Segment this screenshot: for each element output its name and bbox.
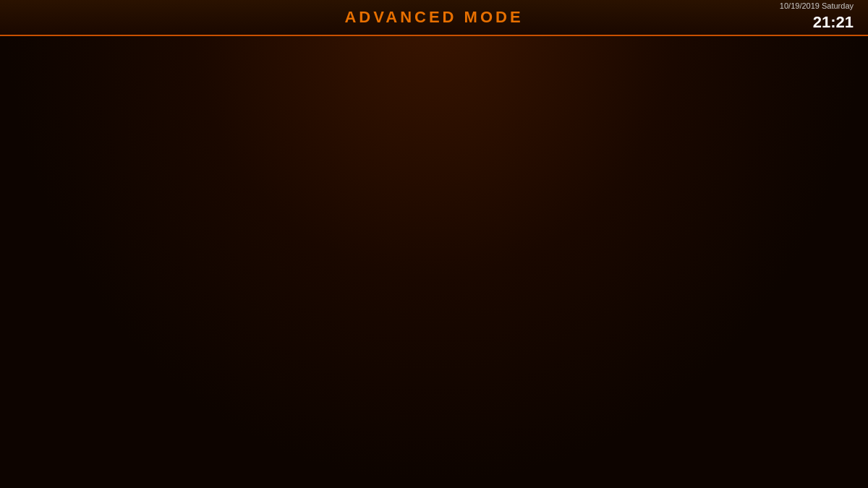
- header-title: ADVANCED MODE: [344, 8, 523, 27]
- datetime: 10/19/2019 Saturday 21:21: [780, 1, 854, 34]
- date-display: 10/19/2019 Saturday: [780, 1, 854, 12]
- time-display: 21:21: [780, 12, 854, 34]
- header: ADVANCED MODE 10/19/2019 Saturday 21:21: [0, 0, 868, 36]
